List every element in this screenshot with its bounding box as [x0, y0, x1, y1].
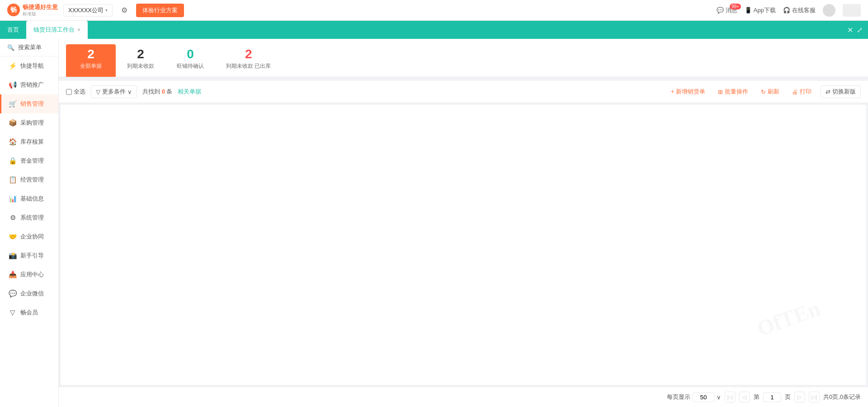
header-right: 💬 消息 99+ 📱 App下载 🎧 在线客服	[717, 4, 861, 17]
page-last-btn[interactable]: ▷|	[809, 392, 820, 402]
logo-sub-text: 标准版	[23, 11, 58, 17]
sidebar-item-marketing[interactable]: 📢 营销推广	[0, 75, 58, 94]
user-name-area[interactable]	[843, 4, 861, 17]
app-download-icon: 📱	[745, 7, 752, 14]
online-service-action[interactable]: 🎧 在线客服	[783, 6, 816, 14]
sidebar-item-enterprise-wechat[interactable]: 💬 企业微信	[0, 284, 58, 303]
add-sales-btn[interactable]: + 新增销货单	[667, 86, 709, 98]
per-page-label: 每页显示	[667, 393, 690, 401]
batch-ops-btn[interactable]: ⊞ 批量操作	[714, 86, 752, 98]
online-service-label: 在线客服	[792, 6, 816, 14]
online-service-icon: 🎧	[783, 7, 790, 14]
sidebar-label-beginner-guide: 新手引导	[20, 252, 44, 260]
company-selector[interactable]: XXXXXX公司 ▾	[63, 4, 113, 17]
page-prev-btn[interactable]: ◁	[739, 392, 750, 402]
tab-home-label: 首页	[7, 26, 19, 34]
related-link[interactable]: 相关单据	[178, 88, 201, 96]
avatar[interactable]	[823, 4, 835, 17]
found-text: 共找到 0 条	[142, 88, 172, 96]
logo-area: 畅 畅捷通好生意 标准版	[7, 4, 58, 17]
stat-label-overdue-unpaid: 到期未收款	[127, 62, 154, 70]
sidebar-label-sales-mgmt: 销售管理	[20, 100, 44, 108]
logo-text: 畅捷通好生意 标准版	[23, 4, 58, 17]
company-dropdown-arrow: ▾	[105, 8, 108, 13]
sidebar-item-finance[interactable]: 🔒 资金管理	[0, 151, 58, 170]
per-page-dropdown-arrow[interactable]: ∨	[717, 394, 721, 401]
tab-close-window-icon[interactable]: ✕	[847, 26, 853, 34]
watermark: OfTEn	[754, 295, 823, 341]
filter-dropdown-arrow: ∨	[127, 89, 132, 95]
tab-cashflow-label: 钱货日清工作台	[33, 26, 75, 34]
tab-maximize-icon[interactable]: ⤢	[857, 26, 863, 34]
stat-tab-pending-confirm[interactable]: 0 旺铺待确认	[165, 44, 215, 77]
inventory-icon: 🏠	[9, 138, 17, 146]
sidebar-label-basic-info: 基础信息	[20, 195, 44, 203]
sidebar-label-member: 畅会员	[20, 309, 38, 317]
main-layout: 🔍 搜索菜单 ⚡ 快捷导航 📢 营销推广 🛒 销售管理 📦 采购管理 🏠 库存核…	[0, 39, 868, 407]
page-label: 第	[754, 393, 760, 401]
settings-icon[interactable]: ⚙	[118, 4, 131, 17]
sidebar-item-member[interactable]: ▽ 畅会员	[0, 303, 58, 322]
app-center-icon: 📥	[9, 271, 17, 279]
content-area: 2 全部单据 2 到期未收款 0 旺铺待确认 2 到期未收款 已出库 全选	[59, 39, 868, 407]
sidebar: 🔍 搜索菜单 ⚡ 快捷导航 📢 营销推广 🛒 销售管理 📦 采购管理 🏠 库存核…	[0, 39, 59, 407]
sidebar-label-system-mgmt: 系统管理	[20, 214, 44, 222]
switch-icon: ⇄	[826, 89, 830, 95]
stat-tab-overdue-unshipped[interactable]: 2 到期未收款 已出库	[215, 44, 282, 77]
guide-icon: 📸	[9, 252, 17, 260]
app-download-action[interactable]: 📱 App下载	[745, 6, 776, 14]
select-all-input[interactable]	[66, 89, 72, 95]
marketing-icon: 📢	[9, 81, 17, 89]
sidebar-item-sales-mgmt[interactable]: 🛒 销售管理	[0, 94, 58, 113]
more-filters-btn[interactable]: ▽ 更多条件 ∨	[91, 85, 137, 98]
coop-icon: 🤝	[9, 233, 17, 241]
tab-cashflow-close[interactable]: ×	[77, 27, 80, 33]
tab-bar: 首页 钱货日清工作台 × ✕ ⤢	[0, 21, 868, 39]
sidebar-item-system-mgmt[interactable]: ⚙ 系统管理	[0, 208, 58, 227]
print-btn[interactable]: 🖨 打印	[788, 86, 815, 98]
sidebar-item-purchase-mgmt[interactable]: 📦 采购管理	[0, 113, 58, 132]
page-next-btn[interactable]: ▷	[794, 392, 805, 402]
sidebar-item-enterprise-coop[interactable]: 🤝 企业协同	[0, 227, 58, 246]
stat-num-overdue-unpaid: 2	[137, 48, 144, 61]
stat-num-overdue-unshipped: 2	[245, 48, 252, 61]
experience-btn[interactable]: 体验行业方案	[136, 4, 184, 17]
page-number-input[interactable]	[763, 393, 781, 402]
tab-home[interactable]: 首页	[0, 21, 26, 39]
search-icon: 🔍	[7, 44, 14, 51]
sidebar-label-enterprise-coop: 企业协同	[20, 233, 44, 241]
top-header: 畅 畅捷通好生意 标准版 XXXXXX公司 ▾ ⚙ 体验行业方案 💬 消息 99…	[0, 0, 868, 21]
switch-version-btn[interactable]: ⇄ 切换新版	[821, 85, 861, 98]
stat-label-all: 全部单据	[80, 62, 102, 70]
sidebar-item-inventory[interactable]: 🏠 库存核算	[0, 132, 58, 151]
batch-icon: ⊞	[718, 89, 723, 95]
message-badge: 99+	[730, 4, 741, 9]
refresh-btn[interactable]: ↻ 刷新	[757, 86, 783, 98]
message-icon: 💬	[717, 7, 724, 14]
sidebar-label-inventory: 库存核算	[20, 138, 44, 146]
print-icon: 🖨	[792, 89, 798, 95]
message-action[interactable]: 💬 消息 99+	[717, 6, 737, 14]
tab-cashflow[interactable]: 钱货日清工作台 ×	[26, 21, 88, 39]
stat-tab-all[interactable]: 2 全部单据	[66, 44, 116, 77]
sidebar-item-basic-info[interactable]: 📊 基础信息	[0, 189, 58, 208]
sidebar-label-app-center: 应用中心	[20, 271, 44, 279]
sidebar-search[interactable]: 🔍 搜索菜单	[0, 39, 58, 56]
company-name: XXXXXX公司	[68, 6, 104, 14]
select-all-checkbox[interactable]: 全选	[66, 88, 85, 96]
page-suffix: 页	[785, 393, 791, 401]
sidebar-item-quick-nav[interactable]: ⚡ 快捷导航	[0, 56, 58, 75]
sidebar-item-beginner-guide[interactable]: 📸 新手引导	[0, 246, 58, 265]
sidebar-item-operations[interactable]: 📋 经营管理	[0, 170, 58, 189]
sidebar-label-quick-nav: 快捷导航	[20, 62, 44, 70]
found-count: 0	[162, 88, 165, 95]
stat-label-pending-confirm: 旺铺待确认	[177, 62, 204, 70]
table-area: OfTEn	[61, 105, 866, 385]
wechat-icon: 💬	[9, 290, 17, 298]
stat-tab-overdue-unpaid[interactable]: 2 到期未收款	[116, 44, 165, 77]
member-icon: ▽	[9, 309, 17, 317]
page-first-btn[interactable]: |◁	[725, 392, 736, 402]
per-page-input[interactable]	[692, 393, 715, 402]
search-label: 搜索菜单	[18, 43, 42, 51]
sidebar-item-app-center[interactable]: 📥 应用中心	[0, 265, 58, 284]
